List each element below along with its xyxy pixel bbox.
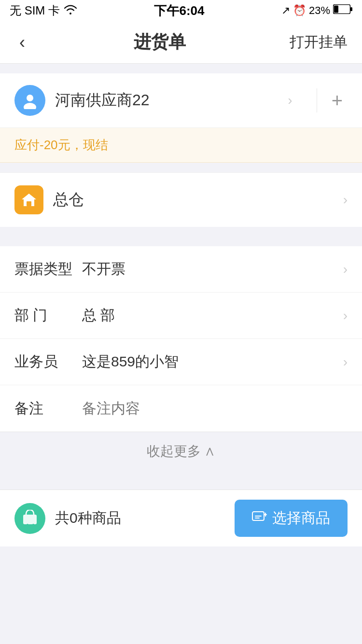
remark-label: 备注 xyxy=(14,399,72,419)
svg-rect-2 xyxy=(334,6,338,13)
department-label: 部 门 xyxy=(14,306,72,325)
section-gap-4 xyxy=(0,470,362,480)
collapse-bar: 收起更多 ∧ xyxy=(0,432,362,470)
svg-point-3 xyxy=(27,95,33,101)
add-supplier-button[interactable]: + xyxy=(327,90,348,112)
notice-text: 应付-20元，现结 xyxy=(14,138,108,152)
battery-icon xyxy=(333,4,352,17)
invoice-type-row[interactable]: 票据类型 不开票 › xyxy=(0,246,362,293)
home-icon xyxy=(21,192,37,208)
select-product-label: 选择商品 xyxy=(272,508,330,528)
open-pending-button[interactable]: 打开挂单 xyxy=(290,32,348,52)
salesperson-value: 这是859的小智 xyxy=(72,352,343,372)
section-gap-2 xyxy=(0,163,362,172)
svg-rect-5 xyxy=(27,201,31,206)
bottom-bar: 共0种商品 选择商品 xyxy=(0,490,362,546)
location-icon: ↗ xyxy=(281,4,290,17)
battery-label: 23% xyxy=(309,4,330,17)
notice-bar: 应付-20元，现结 xyxy=(0,128,362,163)
wifi-icon xyxy=(64,4,77,17)
invoice-type-label: 票据类型 xyxy=(14,259,72,279)
select-product-button[interactable]: 选择商品 xyxy=(235,500,348,537)
warehouse-chevron-icon: › xyxy=(343,192,348,208)
user-icon xyxy=(21,92,39,109)
section-gap-3 xyxy=(0,227,362,237)
page-title: 进货单 xyxy=(134,30,186,54)
product-icon xyxy=(14,503,45,534)
product-count-label: 共0种商品 xyxy=(55,508,235,528)
invoice-type-value: 不开票 xyxy=(72,259,343,279)
status-left: 无 SIM 卡 xyxy=(10,3,77,18)
supplier-row[interactable]: 河南供应商22 › + xyxy=(0,73,362,128)
department-chevron-icon: › xyxy=(343,308,348,323)
carrier-label: 无 SIM 卡 xyxy=(10,3,60,18)
department-value: 总 部 xyxy=(72,306,343,325)
status-time: 下午6:04 xyxy=(154,2,204,19)
remark-input[interactable] xyxy=(72,400,348,417)
remark-row: 备注 xyxy=(0,385,362,432)
select-product-icon xyxy=(252,510,267,527)
svg-point-7 xyxy=(27,524,28,526)
warehouse-section: 总仓 › xyxy=(0,172,362,227)
salesperson-row[interactable]: 业务员 这是859的小智 › xyxy=(0,339,362,385)
alarm-icon: ⏰ xyxy=(293,4,306,17)
invoice-type-chevron-icon: › xyxy=(343,262,348,277)
supplier-avatar xyxy=(14,85,45,116)
back-button[interactable]: ‹ xyxy=(14,28,30,57)
svg-rect-1 xyxy=(350,7,352,11)
collapse-button[interactable]: 收起更多 ∧ xyxy=(147,442,216,461)
section-gap-1 xyxy=(0,64,362,73)
vertical-divider xyxy=(317,88,317,112)
content-below xyxy=(0,546,362,644)
warehouse-name: 总仓 xyxy=(53,189,343,210)
warehouse-row[interactable]: 总仓 › xyxy=(0,172,362,227)
salesperson-label: 业务员 xyxy=(14,352,72,372)
supplier-chevron-icon: › xyxy=(288,93,292,108)
supplier-name: 河南供应商22 xyxy=(55,90,288,111)
warehouse-icon xyxy=(14,185,43,214)
svg-point-4 xyxy=(24,103,36,109)
supplier-section: 河南供应商22 › + 应付-20元，现结 xyxy=(0,73,362,163)
svg-rect-6 xyxy=(23,515,37,524)
cart-icon xyxy=(21,510,39,527)
status-right: ↗ ⏰ 23% xyxy=(281,4,352,17)
status-bar: 无 SIM 卡 下午6:04 ↗ ⏰ 23% xyxy=(0,0,362,21)
nav-bar: ‹ 进货单 打开挂单 xyxy=(0,21,362,64)
form-section: 票据类型 不开票 › 部 门 总 部 › 业务员 这是859的小智 › 备注 xyxy=(0,246,362,432)
salesperson-chevron-icon: › xyxy=(343,354,348,370)
svg-point-8 xyxy=(32,524,34,526)
department-row[interactable]: 部 门 总 部 › xyxy=(0,293,362,339)
